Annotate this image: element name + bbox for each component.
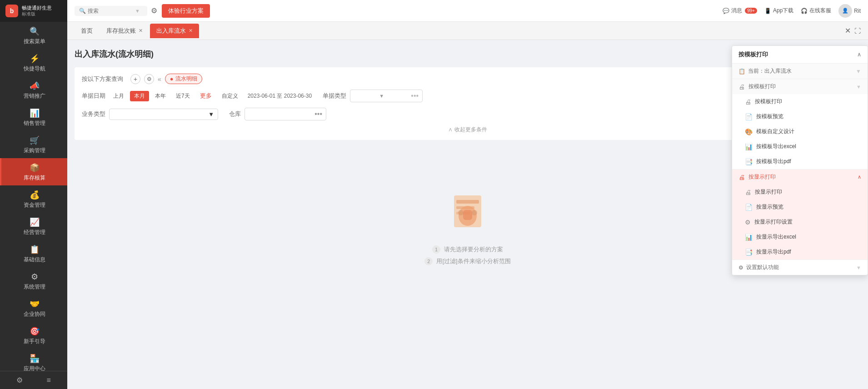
- marketing-icon: 📣: [30, 81, 40, 91]
- date-more[interactable]: 更多: [196, 90, 216, 101]
- template-export-excel-item[interactable]: 📊 按模板导出excel: [732, 139, 868, 154]
- template-preview-item[interactable]: 📄 按模板预览: [732, 109, 868, 124]
- tab-batch[interactable]: 库存批次账 ✕: [100, 24, 149, 38]
- date-label: 单据日期: [82, 92, 105, 100]
- date-custom[interactable]: 自定义: [218, 91, 242, 101]
- template-print-label: 按模板打印: [748, 83, 776, 90]
- date-last-month[interactable]: 上月: [109, 91, 128, 101]
- sidebar-item-quick-nav[interactable]: ⚡ 快捷导航: [0, 49, 67, 76]
- user-avatar-area[interactable]: 👤 Rit: [838, 4, 861, 18]
- display-export-pdf-label: 按显示导出pdf: [756, 248, 791, 256]
- sidebar-item-purchase[interactable]: 🛒 采购管理: [0, 131, 67, 158]
- printer-small-icon: 🖨: [745, 98, 751, 105]
- business-type-input[interactable]: ▼: [109, 109, 218, 120]
- messages-button[interactable]: 💬 消息 99+: [723, 7, 757, 15]
- sidebar-item-label: 销售管理: [24, 120, 45, 127]
- search-icon: 🔍: [79, 8, 86, 14]
- online-service-button[interactable]: 🎧 在线客服: [801, 7, 831, 15]
- display-export-pdf-item[interactable]: 📑 按显示导出pdf: [732, 244, 868, 259]
- tab-home-label: 首页: [81, 27, 93, 35]
- tab-flow[interactable]: 出入库流水 ✕: [150, 24, 199, 38]
- apps-icon: 🏪: [30, 354, 40, 364]
- empty-illustration: [440, 191, 495, 236]
- template-print-section: 🖨 按模板打印 ▼ 🖨 按模板打印 📄 按模板预览 🎨 模板自定义设计 📊 按模…: [732, 79, 868, 170]
- template-customize-item[interactable]: 🎨 模板自定义设计: [732, 124, 868, 139]
- doctype-select[interactable]: ▼ •••: [350, 90, 423, 102]
- date-buttons: 上月 本月 本年 近7天 更多 自定义: [109, 90, 242, 101]
- sales-icon: 📊: [30, 108, 40, 118]
- filter-label: 按以下方案查询: [82, 75, 123, 83]
- date-last-7-days[interactable]: 近7天: [172, 91, 194, 101]
- tab-home[interactable]: 首页: [75, 24, 99, 38]
- dropdown-collapse-icon[interactable]: ∧: [857, 51, 861, 58]
- display-print-settings-item[interactable]: ⚙ 按显示打印设置: [732, 214, 868, 229]
- display-print-header-label: 🖨 按显示打印: [738, 173, 776, 181]
- filter-setting-button[interactable]: ⚙: [144, 74, 154, 84]
- tab-expand-icon[interactable]: ⛶: [854, 27, 861, 35]
- app-download-button[interactable]: 📱 App下载: [764, 7, 793, 15]
- messages-label: 消息: [731, 7, 742, 15]
- display-export-excel-item[interactable]: 📊 按显示导出excel: [732, 229, 868, 244]
- date-range-display: 2023-06-01 至 2023-06-30: [248, 92, 312, 100]
- sidebar-item-marketing[interactable]: 📣 营销推广: [0, 76, 67, 104]
- date-this-year[interactable]: 本年: [151, 91, 170, 101]
- set-default-section[interactable]: ⚙ 设置默认功能 ▼: [732, 260, 868, 275]
- basic-icon: 📋: [30, 244, 40, 254]
- display-print-header[interactable]: 🖨 按显示打印 ∧: [732, 170, 868, 185]
- display-section-arrow: ∧: [858, 174, 861, 180]
- current-label: 当前：出入库流水: [748, 67, 792, 75]
- display-export-excel-label: 按显示导出excel: [756, 233, 796, 241]
- sidebar-toggle-button[interactable]: ≡: [46, 376, 50, 384]
- template-print-header[interactable]: 🖨 按模板打印 ▼: [732, 79, 868, 94]
- display-preview-item[interactable]: 📄 按显示预览: [732, 199, 868, 214]
- doctype-label: 单据类型: [323, 92, 346, 100]
- gear-icon[interactable]: ⚙: [151, 6, 157, 15]
- tab-batch-close-icon[interactable]: ✕: [139, 28, 143, 34]
- search-input[interactable]: [88, 8, 133, 14]
- filter-collapse-button[interactable]: «: [158, 75, 161, 83]
- sidebar-item-search[interactable]: 🔍 搜索菜单: [0, 22, 67, 49]
- template-print-item[interactable]: 🖨 按模板打印: [732, 94, 868, 109]
- display-print-label: 按显示打印: [748, 173, 776, 181]
- dropdown-header: 按模板打印 ∧: [732, 46, 868, 64]
- tag-icon: ●: [170, 75, 174, 82]
- logo-icon: b: [5, 5, 18, 17]
- sidebar-item-guide[interactable]: 🎯 新手引导: [0, 322, 67, 349]
- sidebar-item-sales[interactable]: 📊 销售管理: [0, 104, 67, 131]
- filter-business-group: 业务类型 ▼: [82, 109, 218, 120]
- topbar-right: 💬 消息 99+ 📱 App下载 🎧 在线客服 👤 Rit: [723, 4, 861, 18]
- sidebar-item-system[interactable]: ⚙ 系统管理: [0, 267, 67, 294]
- sidebar-scroll: 🔍 搜索菜单 ⚡ 快捷导航 📣 营销推广 📊 销售管理 🛒 采购管理 📦 库存核…: [0, 22, 67, 371]
- display-preview-icon: 📄: [745, 204, 753, 211]
- tab-flow-label: 出入库流水: [156, 27, 186, 35]
- sidebar-item-basic[interactable]: 📋 基础信息: [0, 240, 67, 267]
- headset-icon: 🎧: [801, 8, 808, 14]
- display-preview-label: 按显示预览: [756, 203, 783, 211]
- warehouse-input[interactable]: •••: [244, 108, 326, 120]
- sidebar-settings-button[interactable]: ⚙: [16, 376, 23, 384]
- dropdown-title: 按模板打印: [738, 50, 768, 59]
- collapse-label: ∧ 收起更多条件: [448, 126, 487, 134]
- sidebar-item-finance[interactable]: 💰 资金管理: [0, 185, 67, 213]
- filter-tag-label: 流水明细: [175, 75, 197, 83]
- topbar-search-container[interactable]: 🔍 ▼: [75, 6, 147, 16]
- sidebar-item-apps[interactable]: 🏪 应用中心: [0, 349, 67, 371]
- industry-button[interactable]: 体验行业方案: [162, 4, 210, 18]
- purchase-icon: 🛒: [30, 135, 40, 145]
- printer-icon: 🖨: [738, 83, 745, 90]
- svg-point-6: [458, 210, 464, 215]
- tab-close-all-icon[interactable]: ✕: [845, 26, 851, 35]
- cooperation-icon: 🤝: [30, 299, 40, 309]
- sidebar-item-inventory[interactable]: 📦 库存核算: [0, 158, 67, 185]
- warehouse-label: 仓库: [229, 110, 241, 118]
- tab-flow-close-icon[interactable]: ✕: [189, 28, 193, 34]
- set-default-icon: ⚙: [738, 264, 743, 271]
- template-export-pdf-item[interactable]: 📑 按模板导出pdf: [732, 154, 868, 169]
- section-arrow: ▼: [856, 84, 861, 90]
- messages-badge: 99+: [745, 8, 757, 14]
- filter-add-button[interactable]: +: [130, 74, 140, 84]
- sidebar-item-cooperation[interactable]: 🤝 企业协同: [0, 294, 67, 322]
- sidebar-item-operations[interactable]: 📈 经营管理: [0, 213, 67, 240]
- date-this-month[interactable]: 本月: [130, 91, 149, 101]
- display-print-item[interactable]: 🖨 按显示打印: [732, 185, 868, 199]
